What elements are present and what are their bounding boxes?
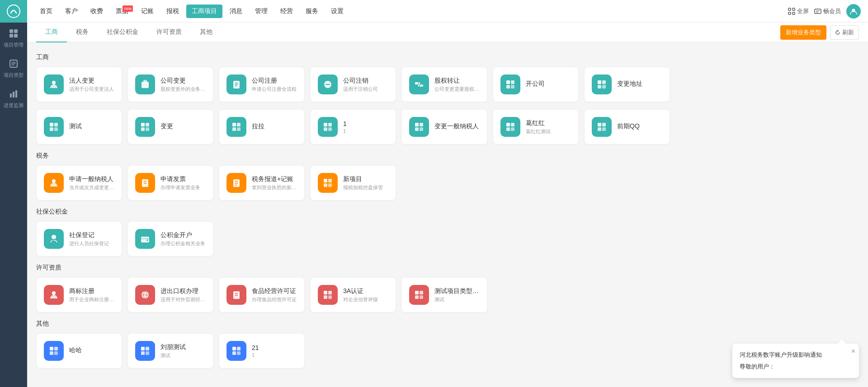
svg-rect-39 bbox=[50, 123, 53, 126]
card-icon-test bbox=[44, 117, 64, 137]
svg-rect-57 bbox=[415, 127, 419, 131]
nav-billing[interactable]: 收费 bbox=[85, 5, 108, 18]
card-apply-taxpayer[interactable]: 申请一般纳税人 当月或次月成变更完成 bbox=[36, 165, 122, 200]
svg-point-0 bbox=[7, 5, 20, 18]
card-open-company[interactable]: 开公司 bbox=[493, 67, 579, 102]
tab-social[interactable]: 社保公积金 bbox=[98, 23, 147, 42]
sidebar-item-project-mgmt[interactable]: 项目管理 bbox=[0, 23, 27, 53]
card-icon-legal-change bbox=[44, 75, 64, 94]
nav-tickets[interactable]: 票据 new bbox=[110, 5, 134, 18]
tab-biz[interactable]: 工商 bbox=[36, 23, 67, 42]
card-social-register[interactable]: 社保登记 进行人员社保登记 bbox=[36, 221, 122, 256]
card-equity-transfer[interactable]: 股权转让 公司变更需要股权转让 bbox=[401, 67, 487, 102]
nav-accounting[interactable]: 记账 bbox=[136, 5, 159, 18]
card-info-food-license: 食品经营许可证 办理食品经营许可证 bbox=[252, 287, 297, 303]
card-info-gehonghong: 葛红红 葛红红测试 bbox=[526, 119, 571, 135]
svg-rect-4 bbox=[14, 34, 18, 37]
svg-rect-49 bbox=[232, 127, 236, 131]
nav-tax[interactable]: 报税 bbox=[161, 5, 184, 18]
card-icon-twenty-one bbox=[226, 341, 246, 361]
svg-rect-13 bbox=[793, 8, 795, 10]
nav-home[interactable]: 首页 bbox=[34, 5, 58, 18]
nav-messages[interactable]: 消息 bbox=[224, 5, 248, 18]
member-btn[interactable]: 畅会员 bbox=[814, 7, 841, 15]
card-qianqi-qq[interactable]: 前期QQ bbox=[584, 109, 670, 145]
card-icon-apply-invoice bbox=[135, 173, 155, 193]
cards-grid-social: 社保登记 进行人员社保登记 公积金开户 办理公积金相关业务 bbox=[36, 221, 859, 256]
card-twenty-one[interactable]: 21 1 bbox=[219, 333, 305, 368]
card-tax-bookkeeping[interactable]: 税务报道+记账 拿到营业执照的新公司 bbox=[219, 165, 305, 200]
svg-rect-3 bbox=[9, 34, 13, 37]
card-change-taxpayer[interactable]: 变更一般纳税人 bbox=[401, 109, 487, 145]
svg-rect-106 bbox=[237, 351, 241, 355]
nav-settings[interactable]: 设置 bbox=[326, 5, 349, 18]
tab-tax[interactable]: 税务 bbox=[67, 23, 98, 42]
svg-rect-91 bbox=[415, 291, 419, 294]
card-apply-invoice[interactable]: 申请发票 办理申请发票业务 bbox=[127, 165, 213, 200]
card-change-address[interactable]: 变更地址 bbox=[584, 67, 670, 102]
card-change2[interactable]: 变更 bbox=[127, 109, 213, 145]
svg-rect-37 bbox=[598, 85, 601, 89]
card-liupeng-test[interactable]: 刘朋测试 测试 bbox=[127, 333, 213, 368]
card-fund-account[interactable]: 公积金开户 办理公积金相关业务 bbox=[127, 221, 213, 256]
notification-content: 尊敬的用户： bbox=[740, 363, 852, 371]
nav-operations[interactable]: 经营 bbox=[275, 5, 298, 18]
nav-services[interactable]: 服务 bbox=[300, 5, 324, 18]
svg-rect-93 bbox=[415, 295, 419, 299]
nav-customer[interactable]: 客户 bbox=[60, 5, 83, 18]
svg-rect-2 bbox=[14, 29, 18, 33]
svg-rect-65 bbox=[598, 127, 601, 131]
tab-permit[interactable]: 许可资质 bbox=[147, 23, 191, 42]
content-area: 工商 税务 社保公积金 许可资质 其他 新增业务类型 刷新 工商 bbox=[27, 23, 868, 387]
card-icon-one bbox=[318, 117, 338, 137]
sidebar-item-project-type[interactable]: 项目类型 bbox=[0, 53, 27, 83]
card-import-export[interactable]: 进出口权办理 适用于对外贸易经营者 bbox=[127, 277, 213, 312]
card-one[interactable]: 1 1 bbox=[310, 109, 396, 145]
sidebar-item-progress-monitor[interactable]: 进度监测 bbox=[0, 83, 27, 113]
svg-rect-100 bbox=[146, 347, 149, 350]
svg-rect-40 bbox=[54, 123, 58, 126]
fullscreen-btn[interactable]: 全屏 bbox=[788, 7, 809, 15]
svg-rect-12 bbox=[788, 8, 791, 10]
svg-rect-11 bbox=[15, 90, 17, 98]
card-icon-open-company bbox=[500, 75, 520, 94]
card-test-type[interactable]: 测试项目类型目定义 测试 bbox=[401, 277, 487, 312]
card-info-social-register: 社保登记 进行人员社保登记 bbox=[69, 231, 114, 247]
card-food-license[interactable]: 食品经营许可证 办理食品经营许可证 bbox=[219, 277, 305, 312]
nav-bizproject[interactable]: 工商项目 bbox=[186, 5, 222, 18]
card-company-register[interactable]: 公司注册 申请公司注册全流程 bbox=[219, 67, 305, 102]
svg-rect-44 bbox=[146, 123, 149, 126]
card-info-fund-account: 公积金开户 办理公积金相关业务 bbox=[160, 231, 206, 247]
notification-close-button[interactable]: × bbox=[851, 347, 855, 355]
card-test[interactable]: 测试 bbox=[36, 109, 122, 145]
svg-rect-45 bbox=[141, 127, 145, 131]
svg-rect-35 bbox=[598, 80, 601, 84]
card-info-test: 测试 bbox=[69, 122, 114, 131]
avatar[interactable] bbox=[846, 4, 861, 19]
card-trademark[interactable]: 商标注册 用于企业商标注册服务 bbox=[36, 277, 122, 312]
card-lala[interactable]: 拉拉 bbox=[219, 109, 305, 145]
card-company-change[interactable]: 公司变更 股权变更外的业务变更 bbox=[127, 67, 213, 102]
sidebar-logo[interactable] bbox=[0, 0, 27, 23]
nav-management[interactable]: 管理 bbox=[250, 5, 273, 18]
card-icon-equity-transfer bbox=[409, 75, 429, 94]
card-haha[interactable]: 哈哈 bbox=[36, 333, 122, 368]
tab-other[interactable]: 其他 bbox=[191, 23, 222, 42]
cards-grid-biz: 法人变更 适用于公司变更法人 公司变更 股权变更外的业务变更 bbox=[36, 67, 859, 102]
svg-rect-50 bbox=[237, 127, 241, 131]
card-new-project[interactable]: 新项目 报税加税控盘保管 bbox=[310, 165, 396, 200]
refresh-label: 刷新 bbox=[842, 28, 854, 37]
card-3a-cert[interactable]: 3A认证 对企业信誉评级 bbox=[310, 277, 396, 312]
nav-right: 全屏 畅会员 bbox=[788, 4, 861, 19]
card-info-company-change: 公司变更 股权变更外的业务变更 bbox=[160, 77, 206, 93]
svg-rect-29 bbox=[415, 82, 418, 84]
card-gehonghong[interactable]: 葛红红 葛红红测试 bbox=[493, 109, 579, 145]
svg-rect-87 bbox=[324, 291, 327, 294]
card-legal-change[interactable]: 法人变更 适用于公司变更法人 bbox=[36, 67, 122, 102]
grid-icon bbox=[7, 27, 20, 40]
new-type-button[interactable]: 新增业务类型 bbox=[780, 25, 826, 40]
scroll-content[interactable]: 工商 法人变更 适用于公司变更法人 bbox=[27, 42, 868, 387]
card-company-cancel[interactable]: 公司注销 适用于注销公司 bbox=[310, 67, 396, 102]
svg-rect-61 bbox=[506, 127, 510, 131]
refresh-button[interactable]: 刷新 bbox=[830, 25, 859, 40]
